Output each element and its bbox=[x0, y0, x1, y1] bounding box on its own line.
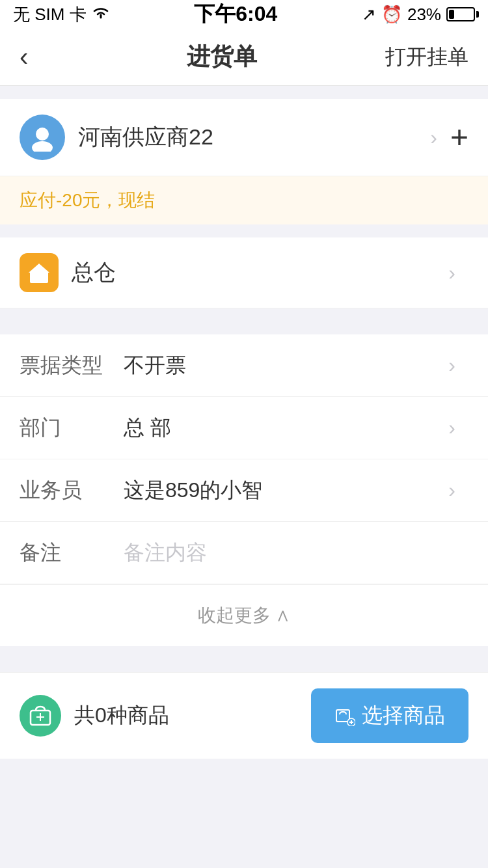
svg-marker-3 bbox=[29, 264, 49, 273]
battery-icon bbox=[446, 7, 475, 21]
add-button[interactable]: + bbox=[450, 122, 468, 153]
dept-label: 部门 bbox=[20, 414, 111, 442]
alarm-icon: ⏰ bbox=[381, 5, 402, 25]
time-display: 下午6:04 bbox=[194, 0, 277, 29]
supplier-name: 河南供应商22 bbox=[78, 122, 430, 152]
svg-point-1 bbox=[32, 141, 53, 152]
bottom-bar: 共0种商品 选择商品 bbox=[0, 672, 488, 759]
remark-input[interactable]: 备注内容 bbox=[124, 539, 468, 567]
staff-chevron-icon: › bbox=[448, 478, 455, 502]
product-icon bbox=[20, 695, 61, 737]
svg-point-0 bbox=[36, 128, 49, 141]
supplier-avatar bbox=[20, 115, 65, 160]
select-products-button[interactable]: 选择商品 bbox=[311, 688, 468, 743]
supplier-row[interactable]: 河南供应商22 › + bbox=[0, 99, 488, 176]
select-products-icon bbox=[334, 705, 355, 726]
carrier-text: 无 SIM 卡 bbox=[13, 3, 87, 26]
battery-text: 23% bbox=[407, 5, 441, 25]
invoice-value: 不开票 bbox=[124, 351, 448, 380]
form-section: 票据类型 不开票 › 部门 总 部 › 业务员 这是859的小智 › 备注 备注… bbox=[0, 334, 488, 646]
invoice-row[interactable]: 票据类型 不开票 › bbox=[0, 334, 488, 397]
status-bar: 无 SIM 卡 下午6:04 ↗ ⏰ 23% bbox=[0, 0, 488, 29]
warehouse-chevron-icon: › bbox=[448, 261, 455, 285]
product-count: 共0种商品 bbox=[74, 701, 311, 730]
status-right: ↗ ⏰ 23% bbox=[362, 5, 475, 25]
warehouse-row[interactable]: 总仓 › bbox=[0, 237, 488, 308]
notice-text: 应付-20元，现结 bbox=[20, 190, 155, 210]
staff-label: 业务员 bbox=[20, 476, 111, 505]
nav-bar: ‹ 进货单 打开挂单 bbox=[0, 29, 488, 86]
divider-3 bbox=[0, 308, 488, 321]
warehouse-name: 总仓 bbox=[72, 258, 448, 288]
remark-label: 备注 bbox=[20, 539, 111, 567]
svg-rect-2 bbox=[30, 271, 48, 283]
invoice-chevron-icon: › bbox=[448, 353, 455, 377]
supplier-card: 河南供应商22 › + 应付-20元，现结 bbox=[0, 99, 488, 224]
divider-2 bbox=[0, 224, 488, 237]
gray-fill-area bbox=[0, 759, 488, 868]
page-title: 进货单 bbox=[187, 41, 257, 73]
supplier-chevron-icon: › bbox=[430, 126, 437, 150]
collapse-label: 收起更多 ∧ bbox=[198, 603, 291, 628]
staff-row[interactable]: 业务员 这是859的小智 › bbox=[0, 459, 488, 522]
open-pending-button[interactable]: 打开挂单 bbox=[385, 43, 468, 72]
dept-value: 总 部 bbox=[124, 414, 448, 442]
warehouse-icon bbox=[20, 253, 59, 292]
collapse-row[interactable]: 收起更多 ∧ bbox=[0, 584, 488, 646]
divider-top bbox=[0, 86, 488, 99]
remark-row[interactable]: 备注 备注内容 bbox=[0, 522, 488, 584]
location-icon: ↗ bbox=[362, 5, 376, 25]
invoice-label: 票据类型 bbox=[20, 351, 111, 380]
divider-4 bbox=[0, 646, 488, 659]
select-products-label: 选择商品 bbox=[362, 701, 445, 730]
dept-chevron-icon: › bbox=[448, 416, 455, 440]
staff-value: 这是859的小智 bbox=[124, 476, 448, 505]
status-left: 无 SIM 卡 bbox=[13, 3, 110, 26]
notice-bar: 应付-20元，现结 bbox=[0, 176, 488, 224]
dept-row[interactable]: 部门 总 部 › bbox=[0, 397, 488, 459]
wifi-icon bbox=[92, 5, 110, 25]
back-button[interactable]: ‹ bbox=[20, 42, 59, 72]
